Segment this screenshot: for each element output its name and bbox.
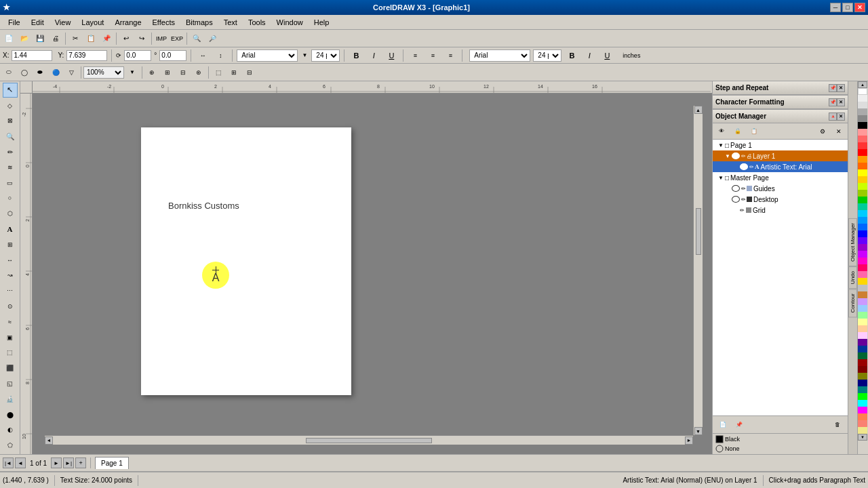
page-add-btn[interactable]: + — [75, 458, 86, 468]
char-format-close-btn[interactable]: ✕ — [837, 98, 845, 106]
obj-mgr-close-btn2[interactable]: ✕ — [831, 124, 846, 139]
align-left-button[interactable]: ≡ — [408, 48, 422, 63]
swatch-blue1[interactable] — [858, 217, 867, 224]
page-first-btn[interactable]: |◄ — [3, 458, 14, 468]
y-input[interactable] — [66, 50, 107, 61]
font-selector-2[interactable]: Arial — [469, 49, 530, 62]
swatch-green3[interactable] — [858, 197, 867, 203]
swatch-blue2[interactable] — [858, 224, 867, 230]
tool-blend[interactable]: ⋯ — [3, 283, 18, 298]
vscroll-down-arrow[interactable]: ▼ — [694, 427, 703, 435]
swatch-yellow2[interactable] — [858, 176, 867, 183]
menu-layout[interactable]: Layout — [76, 17, 109, 28]
char-format-pin-btn[interactable]: 📌 — [829, 98, 837, 106]
tool-freehand[interactable]: ✏ — [3, 144, 18, 159]
swatch-pink2[interactable] — [858, 271, 867, 278]
zoom-combo[interactable]: 100% — [83, 66, 124, 79]
vscroll-thumb[interactable] — [696, 208, 701, 255]
swatch-green1[interactable] — [858, 183, 867, 190]
maximize-button[interactable]: □ — [842, 3, 853, 12]
color-palette[interactable]: ▲ — [857, 81, 868, 454]
hscroll-right-arrow[interactable]: ► — [685, 436, 693, 445]
swatch-magenta1[interactable] — [858, 251, 867, 258]
angle-input[interactable] — [124, 50, 151, 61]
view-btn-1[interactable]: ⬚ — [211, 65, 226, 80]
page-next-btn[interactable]: ► — [51, 458, 62, 468]
step-repeat-pin-btn[interactable]: 📌 — [829, 84, 837, 92]
tool-smart-fill[interactable]: ⬠ — [3, 438, 18, 453]
swatch-silver[interactable] — [858, 285, 867, 291]
tool-smart-draw[interactable]: ≋ — [3, 160, 18, 175]
obj-mgr-lock-btn[interactable]: 🔒 — [730, 124, 745, 139]
swatch-maroon[interactable] — [858, 366, 867, 373]
expand-master-page[interactable]: ▼ — [717, 175, 725, 181]
obj-mgr-options-btn[interactable]: ⚙ — [815, 124, 830, 139]
obj-mgr-delete-btn[interactable]: 🗑 — [830, 418, 845, 432]
undo-button[interactable]: ↩ — [119, 31, 134, 46]
view-btn-3[interactable]: ⊟ — [242, 65, 257, 80]
paste-button[interactable]: 📌 — [99, 31, 114, 46]
swatch-pink1[interactable] — [858, 264, 867, 271]
effects-btn-4[interactable]: 🔵 — [48, 65, 63, 80]
expand-page1[interactable]: ▼ — [717, 142, 725, 148]
swatch-light-pink[interactable] — [858, 332, 867, 339]
menu-window[interactable]: Window — [271, 17, 309, 28]
palette-scroll-down[interactable]: ▼ — [858, 434, 867, 441]
swatch-navy[interactable] — [858, 380, 867, 386]
cut-button[interactable]: ✂ — [68, 31, 83, 46]
swatch-olive[interactable] — [858, 373, 867, 380]
menu-view[interactable]: View — [50, 17, 77, 28]
swatch-darkgray[interactable] — [858, 115, 867, 122]
swatch-gray[interactable] — [858, 108, 867, 115]
obj-mgr-view-btn[interactable]: 📋 — [747, 124, 762, 139]
underline-button-2[interactable]: U — [599, 48, 614, 63]
x-input[interactable] — [12, 50, 52, 61]
tree-item-master-page[interactable]: ▼ □ Master Page — [713, 172, 848, 183]
swatch-teal2[interactable] — [858, 386, 867, 393]
export-button[interactable]: EXP — [170, 31, 184, 46]
tool-text[interactable]: A — [3, 222, 18, 237]
vscrollbar[interactable]: ▲ ▼ — [693, 106, 703, 435]
swatch-lightgray2[interactable] — [858, 102, 867, 108]
align-center-button[interactable]: ≡ — [425, 48, 440, 63]
page-text[interactable]: Bornkiss Customs — [168, 201, 239, 211]
swatch-khaki[interactable] — [858, 427, 867, 434]
swatch-light-purple[interactable] — [858, 298, 867, 305]
swatch-fuchsia[interactable] — [858, 407, 867, 413]
swatch-light-orange[interactable] — [858, 325, 867, 332]
hscroll-thumb[interactable] — [306, 438, 432, 443]
vscroll-up-arrow[interactable]: ▲ — [694, 106, 703, 114]
tree-item-grid[interactable]: ✏ Grid — [713, 205, 848, 216]
import-button[interactable]: IMP — [154, 31, 169, 46]
swatch-cyan1[interactable] — [858, 210, 867, 217]
swatch-lime[interactable] — [858, 393, 867, 400]
tree-item-layer1[interactable]: ▼ ✏ 🖨 Layer 1 — [713, 150, 848, 161]
menu-file[interactable]: File — [3, 17, 26, 28]
effects-btn-5[interactable]: ▽ — [64, 65, 79, 80]
effects-btn-2[interactable]: ◯ — [17, 65, 32, 80]
swatch-red1[interactable] — [858, 129, 867, 136]
menu-arrange[interactable]: Arrange — [109, 17, 146, 28]
palette-scroll-up[interactable]: ▲ — [858, 81, 867, 88]
copy-button[interactable]: 📋 — [83, 31, 98, 46]
tool-ellipse[interactable]: ○ — [3, 191, 18, 206]
menu-tools[interactable]: Tools — [243, 17, 271, 28]
vtab-object-manager[interactable]: Object Manager — [848, 218, 857, 266]
canvas-viewport[interactable]: Bornkiss Customs A ▲ — [33, 94, 703, 445]
view-btn-2[interactable]: ⊞ — [226, 65, 241, 80]
swatch-dark-green[interactable] — [858, 352, 867, 359]
tool-interactive-fill[interactable]: ◐ — [3, 423, 18, 438]
swatch-red4[interactable] — [858, 149, 867, 156]
swatch-light-yellow[interactable] — [858, 319, 867, 325]
step-repeat-close-btn[interactable]: ✕ — [837, 84, 845, 92]
swatch-aqua[interactable] — [858, 400, 867, 407]
swatch-yellow1[interactable] — [858, 169, 867, 176]
tree-item-desktop[interactable]: ✏ Desktop — [713, 194, 848, 205]
swatch-dark-blue[interactable] — [858, 346, 867, 352]
obj-mgr-new-guide-btn[interactable]: 📌 — [732, 418, 747, 432]
mirror-h-button[interactable]: ↔ — [195, 48, 210, 63]
menu-text[interactable]: Text — [218, 17, 243, 28]
zoom-in-button[interactable]: 🔍 — [189, 31, 204, 46]
tool-dim[interactable]: ↔ — [3, 253, 18, 268]
tree-item-guides[interactable]: ✏ Guides — [713, 183, 848, 194]
